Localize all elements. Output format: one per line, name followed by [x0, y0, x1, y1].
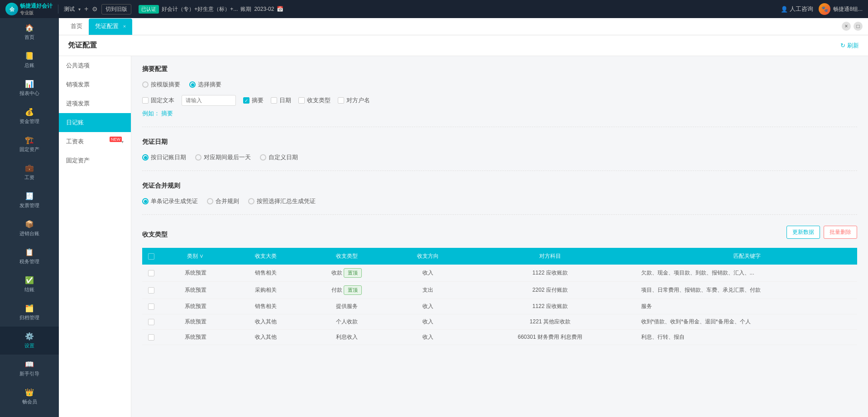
status-tags: 好会计（专）+好生意（标）+...: [162, 5, 238, 13]
sidebar-item-settings[interactable]: ⚙️ 设置: [0, 327, 59, 355]
row-type-1: 付款 置顶: [301, 282, 393, 299]
inner-layout: 公共选项 销项发票 进项发票 日记账 工资表 NEW ▾ 固定资产 摘要配置: [59, 56, 868, 417]
sidebar-item-tax[interactable]: 📋 税务管理: [0, 242, 59, 270]
row-checkbox-3[interactable]: [142, 314, 160, 330]
sidebar-label-settings: 设置: [24, 342, 34, 349]
reset-button-0[interactable]: 置顶: [344, 268, 362, 278]
checkbox-fixed-text[interactable]: 固定文本: [142, 96, 174, 104]
checkbox-date[interactable]: 日期: [271, 96, 291, 104]
sidebar-item-member[interactable]: 👑 畅会员: [0, 383, 59, 411]
radio-template-circle: [142, 81, 149, 88]
row-check-4[interactable]: [148, 334, 154, 341]
refresh-button[interactable]: ↻ 刷新: [840, 42, 859, 50]
row-checkbox-2[interactable]: [142, 299, 160, 314]
window-close-button[interactable]: ×: [842, 22, 851, 31]
left-menu-item-purchase-invoice[interactable]: 进项发票: [59, 94, 131, 113]
sidebar-item-ledger[interactable]: 📒 总账: [0, 46, 59, 74]
example-prefix: 例如：: [142, 110, 160, 117]
sidebar-item-archive[interactable]: 🗂️ 归档管理: [0, 299, 59, 327]
table-header-row: 类别 ∨ 收支大类 收支类型 收支方向 对方科目 匹配关键字: [142, 248, 857, 265]
sidebar-label-tax: 税务管理: [19, 258, 39, 265]
topbar: 会 畅捷通好会计 专业版 测试 ▾ + ⚙ 切到旧版 已认证 好会计（专）+好生…: [0, 0, 868, 18]
sidebar-label-assets: 固定资产: [19, 146, 39, 153]
sidebar-item-guide[interactable]: 📖 新手引导: [0, 355, 59, 383]
voucher-date-radio-last-day[interactable]: 对应期间最后一天: [195, 153, 251, 161]
window-maximize-button[interactable]: □: [854, 22, 863, 31]
select-all-checkbox[interactable]: [148, 253, 154, 260]
bulk-delete-button[interactable]: 批量删除: [824, 226, 857, 239]
row-category-4: 系统预置: [160, 330, 230, 345]
checkbox-fixed-text-label: 固定文本: [151, 96, 174, 104]
add-icon[interactable]: +: [84, 5, 88, 13]
summary-radio-select[interactable]: 选择摘要: [189, 81, 221, 89]
user-info[interactable]: 🐾 畅捷通8组...: [819, 3, 863, 15]
merge-radio-merge-rule[interactable]: 合并规则: [207, 197, 239, 205]
row-direction-0: 收入: [393, 265, 463, 282]
row-check-2[interactable]: [148, 303, 154, 310]
sidebar-item-invoice-mgmt[interactable]: 🧾 发票管理: [0, 186, 59, 214]
fixed-text-input[interactable]: [182, 95, 236, 106]
radio-journal-date-label: 按日记账日期: [151, 153, 186, 161]
app-sub: 专业版: [20, 10, 53, 16]
radio-custom-date-label: 自定义日期: [269, 153, 298, 161]
voucher-date-radio-journal[interactable]: 按日记账日期: [142, 153, 186, 161]
row-type-0: 收款 置顶: [301, 265, 393, 282]
row-check-3[interactable]: [148, 319, 154, 325]
radio-single-circle: [142, 198, 149, 204]
sidebar-item-purchase[interactable]: 📦 进销台账: [0, 214, 59, 242]
checkbox-income-type[interactable]: 收支类型: [298, 96, 331, 104]
checkbox-summary[interactable]: ✓ 摘要: [243, 96, 264, 104]
settings-icon[interactable]: ⚙: [92, 5, 98, 13]
invoice-mgmt-icon: 🧾: [25, 192, 34, 200]
merge-radio-single[interactable]: 单条记录生成凭证: [142, 197, 198, 205]
table-row: 系统预置 收入其他 利息收入 收入 660301 财务费用 利息费用 利息、行转…: [142, 330, 857, 345]
summary-radio-group: 按模版摘要 选择摘要: [142, 81, 857, 89]
table-row: 系统预置 销售相关 收款 置顶 收入 1122 应收账款 欠款、现金、项目款、到…: [142, 265, 857, 282]
sidebar-item-reports[interactable]: 📊 报表中心: [0, 74, 59, 102]
new-badge: NEW: [110, 137, 122, 142]
row-category-0: 系统预置: [160, 265, 230, 282]
example-text: 例如： 摘要: [142, 109, 857, 118]
row-checkbox-1[interactable]: [142, 282, 160, 299]
reset-button-1[interactable]: 置顶: [344, 285, 362, 295]
merge-radio-summary-total[interactable]: 按照选择汇总生成凭证: [248, 197, 316, 205]
row-check-1[interactable]: [148, 287, 154, 294]
merge-rules-section: 凭证合并规则 单条记录生成凭证 合并规则 按照选择汇总生成凭证: [142, 182, 857, 215]
payroll-label: 工资表: [66, 137, 84, 146]
tab-close-icon[interactable]: ×: [123, 24, 126, 29]
assets-icon: 🏗️: [25, 136, 34, 144]
home-icon: 🏠: [25, 24, 34, 32]
sidebar-item-salary[interactable]: 💼 工资: [0, 158, 59, 186]
left-menu-item-payroll[interactable]: 工资表 NEW ▾: [59, 132, 131, 151]
update-data-button[interactable]: 更新数据: [786, 226, 820, 239]
sidebar-item-funds[interactable]: 💰 资金管理: [0, 102, 59, 130]
switch-version-button[interactable]: 切到旧版: [101, 4, 131, 14]
row-checkbox-0[interactable]: [142, 265, 160, 282]
test-label: 测试: [64, 5, 75, 13]
left-menu-item-journal[interactable]: 日记账: [59, 113, 131, 132]
sidebar-item-home[interactable]: 🏠 首页: [0, 18, 59, 46]
sidebar-item-assets[interactable]: 🏗️ 固定资产: [0, 130, 59, 158]
left-menu-item-public[interactable]: 公共选项: [59, 56, 131, 75]
row-major-0: 销售相关: [230, 265, 301, 282]
example-link[interactable]: 摘要: [161, 110, 173, 117]
row-category-3: 系统预置: [160, 314, 230, 330]
checkbox-income-type-label: 收支类型: [307, 96, 331, 104]
refresh-icon: ↻: [840, 42, 845, 49]
voucher-date-radio-custom[interactable]: 自定义日期: [260, 153, 298, 161]
summary-radio-template[interactable]: 按模版摘要: [142, 81, 180, 89]
support-button[interactable]: 👤 人工咨询: [781, 5, 813, 13]
radio-summary-total-circle: [248, 198, 254, 204]
th-checkbox[interactable]: [142, 248, 160, 265]
left-menu-item-sales-invoice[interactable]: 销项发票: [59, 75, 131, 94]
row-check-0[interactable]: [148, 270, 154, 276]
checkbox-counterpart[interactable]: 对方户名: [338, 96, 370, 104]
radio-select-label: 选择摘要: [198, 81, 221, 89]
left-menu-item-fixed-assets[interactable]: 固定资产: [59, 151, 131, 170]
row-checkbox-4[interactable]: [142, 330, 160, 345]
sidebar-item-settle[interactable]: ✅ 结账: [0, 270, 59, 299]
tab-voucher-config[interactable]: 凭证配置 ×: [89, 19, 132, 35]
arrow-down-icon[interactable]: ▾: [78, 7, 81, 12]
tab-home[interactable]: 首页: [64, 19, 89, 35]
calendar-icon[interactable]: 📅: [277, 6, 283, 12]
